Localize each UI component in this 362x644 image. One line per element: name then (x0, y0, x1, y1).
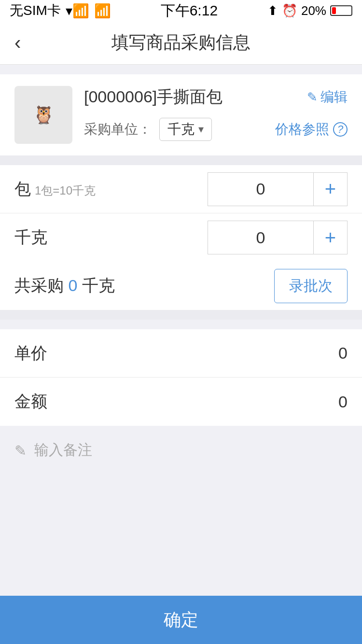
section-divider-1 (0, 155, 362, 165)
total-value: 0 (68, 276, 82, 294)
nav-bar: ‹ 填写商品采购信息 (0, 21, 362, 65)
alarm-icon: ⏰ (282, 3, 297, 18)
product-full-name: [0000006]手撕面包 (84, 86, 223, 108)
amount-row: 金额 0 (0, 378, 362, 426)
unit-price-row: 单价 0 (0, 329, 362, 378)
confirm-button-label: 确定 (164, 608, 198, 632)
kg-input-row: 千克 + (0, 213, 362, 262)
total-row: 共采购 0 千克 录批次 (0, 262, 362, 310)
product-name-row: [0000006]手撕面包 ✎ 编辑 (84, 86, 348, 108)
battery-icon (330, 5, 352, 16)
location-icon: ⬆ (267, 3, 278, 18)
wifi-icon: ▾📶 (66, 3, 89, 19)
amount-label: 金额 (14, 391, 47, 413)
batch-button[interactable]: 录批次 (274, 269, 348, 303)
product-card: 🦉 [0000006]手撕面包 ✎ 编辑 采购单位： 千克 ▾ 价格参照 ? (0, 74, 362, 155)
input-section: 包1包=10千克 + 千克 + (0, 165, 362, 262)
unit-price-label: 单价 (14, 342, 47, 364)
product-info: [0000006]手撕面包 ✎ 编辑 采购单位： 千克 ▾ 价格参照 ? (84, 86, 348, 141)
unit-price-value: 0 (338, 344, 348, 363)
unit-value: 千克 (167, 120, 195, 139)
edit-icon: ✎ (307, 90, 318, 105)
back-button[interactable]: ‹ (14, 32, 21, 54)
battery-percent: 20% (301, 3, 326, 18)
status-time: 下午6:12 (161, 1, 218, 21)
bao-input-row: 包1包=10千克 + (0, 165, 362, 213)
product-image: 🦉 (14, 86, 72, 144)
kg-plus-button[interactable]: + (314, 221, 348, 254)
status-left: 无SIM卡 ▾📶 📶 (10, 1, 111, 20)
bao-plus-button[interactable]: + (314, 172, 348, 206)
amount-value: 0 (338, 392, 348, 411)
price-section: 单价 0 金额 0 (0, 329, 362, 426)
price-ref-button[interactable]: 价格参照 ? (275, 120, 348, 139)
bao-input-control: + (121, 172, 348, 206)
edit-button[interactable]: ✎ 编辑 (307, 88, 348, 106)
product-logo-icon: 🦉 (33, 105, 55, 125)
bao-quantity-input[interactable] (208, 172, 314, 206)
unit-arrow-icon: ▾ (198, 123, 204, 136)
section-divider-2 (0, 310, 362, 320)
wifi-signal: 📶 (94, 3, 111, 19)
bao-sub: 1包=10千克 (35, 184, 96, 197)
status-right: ⬆ ⏰ 20% (267, 3, 352, 18)
status-bar: 无SIM卡 ▾📶 📶 下午6:12 ⬆ ⏰ 20% (0, 0, 362, 21)
confirm-button[interactable]: 确定 (0, 596, 362, 644)
page-title: 填写商品采购信息 (111, 31, 251, 55)
bao-label: 包1包=10千克 (14, 178, 111, 200)
kg-quantity-input[interactable] (208, 221, 314, 254)
note-placeholder: 输入备注 (34, 440, 92, 460)
unit-selector[interactable]: 千克 ▾ (159, 118, 212, 141)
price-ref-label: 价格参照 (275, 120, 329, 139)
kg-input-control: + (121, 221, 348, 254)
note-pencil-icon: ✎ (14, 442, 27, 459)
edit-label: 编辑 (320, 88, 348, 106)
product-unit-row: 采购单位： 千克 ▾ 价格参照 ? (84, 118, 348, 141)
unit-label: 采购单位： (84, 120, 152, 139)
price-ref-icon: ? (333, 122, 348, 137)
total-text: 共采购 0 千克 (14, 275, 115, 297)
kg-label: 千克 (14, 226, 111, 249)
note-section[interactable]: ✎ 输入备注 (0, 426, 362, 513)
carrier-label: 无SIM卡 (10, 1, 61, 20)
